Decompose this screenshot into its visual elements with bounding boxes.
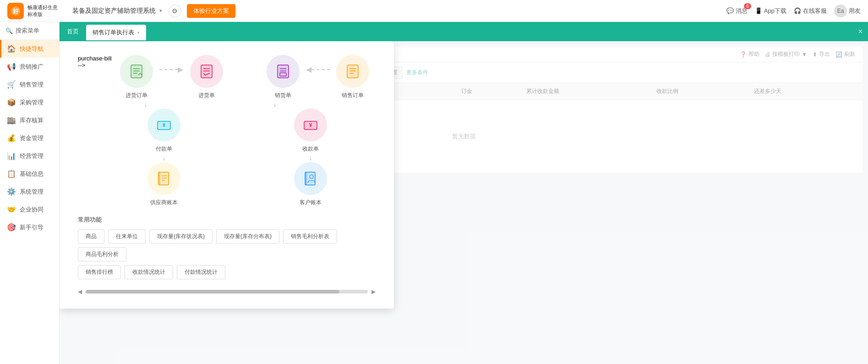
customer-ledger-label: 客户账本: [300, 199, 322, 206]
flow-diagram: purchase-bill --> 进货订单: [78, 55, 376, 206]
svg-rect-22: [158, 172, 160, 185]
customer-ledger-circle: [294, 162, 327, 195]
sales-icon: 🛒: [7, 80, 16, 89]
marketing-icon: 📢: [7, 62, 16, 71]
system-dropdown-icon[interactable]: ▼: [158, 8, 163, 13]
scroll-left-icon[interactable]: ◀: [78, 288, 82, 295]
common-buttons-row1: 商品 往来单位 现存量(库存状况表) 现存量(库存分布表) 销售毛利分析表 商品…: [78, 229, 376, 261]
sidebar-item-inventory[interactable]: 🏬 库存核算: [0, 111, 59, 129]
tab-bar-close-button[interactable]: ×: [858, 27, 863, 36]
top-bar: 好 畅康通好生意 标准版 装备及固定资产辅助管理系统 ▼ ⚙ 体验行业方案 💬 …: [0, 0, 868, 22]
system-title: 装备及固定资产辅助管理系统 ▼: [72, 7, 163, 15]
payment-bill-circle: ¥: [147, 109, 180, 141]
tab-home[interactable]: 首页: [60, 22, 86, 41]
sales-bill-circle: [267, 55, 300, 88]
newbie-icon: 🎯: [7, 223, 16, 232]
svg-rect-6: [201, 65, 212, 78]
modal-overlay: purchase-bill --> 进货订单: [60, 41, 868, 364]
message-icon: 💬: [726, 7, 734, 14]
common-functions-section: 常用功能 商品 往来单位 现存量(库存状况表) 现存量(库存分布表) 销售毛利分…: [78, 216, 376, 279]
common-btn-goods-profit[interactable]: 商品毛利分析: [78, 247, 126, 261]
online-service-button[interactable]: 🎧 在线客服: [794, 7, 827, 15]
common-btn-sales-profit[interactable]: 销售毛利分析表: [283, 229, 337, 244]
app-download-button[interactable]: 📱 App下载: [755, 7, 786, 15]
scroll-right-icon[interactable]: ▶: [371, 288, 376, 295]
logo-area: 好 畅康通好生意 标准版: [7, 3, 67, 19]
sidebar-item-operations[interactable]: 📊 经营管理: [0, 147, 59, 165]
svg-text:¥: ¥: [309, 122, 312, 128]
sidebar-item-enterprise[interactable]: 🤝 企业协同: [0, 201, 59, 218]
tab-sales-order[interactable]: 销售订单执行表 ×: [86, 25, 146, 40]
gear-button[interactable]: ⚙: [169, 5, 181, 17]
svg-text:好: 好: [12, 8, 19, 15]
common-btn-receipt-stats[interactable]: 收款情况统计: [125, 265, 173, 279]
basic-info-icon: 📋: [7, 169, 16, 178]
enterprise-icon: 🤝: [7, 205, 16, 214]
tab-close-icon[interactable]: ×: [137, 30, 140, 35]
common-btn-contacts[interactable]: 往来单位: [108, 229, 146, 244]
purchase-bill-node: 进货单: [183, 55, 229, 99]
sidebar-item-quick-nav[interactable]: 🏠 快捷导航: [0, 40, 59, 58]
supplier-ledger-circle: [147, 162, 180, 195]
common-btn-stock-status[interactable]: 现存量(库存状况表): [149, 229, 213, 244]
svg-rect-13: [347, 65, 358, 78]
finance-icon: 💰: [7, 134, 16, 142]
home-icon: 🏠: [7, 44, 16, 53]
purchase-order-label: 进货订单: [126, 92, 147, 99]
common-btn-stock-dist[interactable]: 现存量(库存分布表): [216, 229, 279, 244]
sidebar-item-basic-info[interactable]: 📋 基础信息: [0, 165, 59, 183]
trial-button[interactable]: 体验行业方案: [187, 4, 235, 18]
sales-order-label: 销售订单: [342, 92, 364, 99]
receipt-bill-label: 收款单: [302, 145, 319, 153]
sidebar: 🔍 搜索菜单 🏠 快捷导航 📢 营销推广 🛒 销售管理 📦 采购管理 🏬: [0, 22, 60, 364]
purchase-order-node: 进货订单: [114, 55, 159, 99]
download-icon: 📱: [755, 7, 762, 14]
sidebar-item-marketing[interactable]: 📢 营销推广: [0, 58, 59, 76]
search-menu[interactable]: 🔍 搜索菜单: [0, 22, 59, 40]
logo-text: 畅康通好生意 标准版: [27, 4, 58, 17]
system-icon: ⚙️: [7, 187, 16, 196]
svg-rect-2: [131, 65, 142, 78]
logo-icon: 好: [7, 3, 24, 19]
svg-rect-27: [305, 172, 307, 185]
payment-bill-label: 付款单: [156, 145, 172, 153]
top-bar-right: 💬 消息 6 📱 App下载 🎧 在线客服 Ea 用友: [726, 5, 861, 17]
user-menu[interactable]: Ea 用友: [834, 5, 861, 17]
sidebar-item-finance[interactable]: 💰 资金管理: [0, 129, 59, 147]
scroll-bar-area: ◀ ▶: [78, 288, 376, 295]
message-badge: 6: [744, 3, 751, 9]
customer-ledger-node: 客户账本: [283, 162, 338, 206]
sales-order-circle: [336, 55, 369, 88]
modal-box: purchase-bill --> 进货订单: [60, 41, 394, 309]
sidebar-item-system[interactable]: ⚙️ 系统管理: [0, 183, 59, 201]
sidebar-item-purchase[interactable]: 📦 采购管理: [0, 93, 59, 111]
svg-text:¥: ¥: [163, 122, 166, 128]
receipt-bill-node: ¥ 收款单: [283, 109, 338, 153]
common-buttons-row2: 销售排行榜 收款情况统计 付款情况统计: [78, 265, 376, 279]
message-button[interactable]: 💬 消息 6: [726, 7, 748, 15]
avatar: Ea: [834, 5, 847, 17]
operations-icon: 📊: [7, 152, 16, 160]
common-btn-sales-rank[interactable]: 销售排行榜: [78, 265, 121, 279]
common-btn-goods[interactable]: 商品: [78, 229, 104, 244]
tab-bar: 首页 销售订单执行表 × ×: [60, 22, 868, 41]
common-btn-payment-stats[interactable]: 付款情况统计: [177, 265, 225, 279]
common-functions-title: 常用功能: [78, 216, 376, 224]
purchase-order-circle: [120, 55, 153, 88]
sales-order-node: 销售订单: [330, 55, 376, 99]
supplier-ledger-label: 供应商账本: [150, 199, 178, 206]
purchase-bill-circle: [190, 55, 223, 88]
sales-bill-node: 销货单: [260, 55, 306, 99]
purchase-icon: 📦: [7, 98, 16, 107]
search-icon: 🔍: [5, 27, 13, 34]
receipt-bill-circle: ¥: [294, 109, 327, 141]
sidebar-item-sales[interactable]: 🛒 销售管理: [0, 76, 59, 93]
sidebar-item-newbie[interactable]: 🎯 新手引导: [0, 218, 59, 236]
service-icon: 🎧: [794, 7, 801, 14]
supplier-ledger-node: 供应商账本: [136, 162, 191, 206]
page-content: ❓ 帮助 🖨 按模板打印 ▼ ⬆ 导出 🔄 刷新: [60, 41, 868, 364]
sales-bill-label: 销货单: [275, 92, 291, 99]
inventory-icon: 🏬: [7, 116, 16, 125]
payment-bill-node: ¥ 付款单: [136, 109, 191, 153]
purchase-bill-label: 进货单: [198, 92, 215, 99]
